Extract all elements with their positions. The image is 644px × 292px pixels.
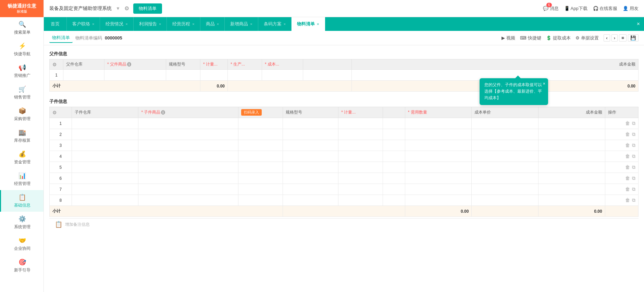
copy-row-7-btn[interactable]: ⧉	[632, 186, 635, 192]
child-row-4-warehouse[interactable]	[72, 151, 138, 162]
parent-row-1-warehouse[interactable]	[63, 70, 104, 81]
tooltip-close-btn[interactable]: ×	[543, 80, 545, 87]
sidebar-item-guide[interactable]: 🎯 新手引导	[0, 255, 44, 277]
child-row-6-cost-unit[interactable]	[472, 173, 538, 184]
child-row-6-spec[interactable]	[283, 173, 338, 184]
sidebar-item-operations[interactable]: 📊 经营管理	[0, 168, 44, 190]
user-area[interactable]: 👤 用友	[623, 5, 639, 12]
child-row-1-unit[interactable]	[338, 118, 383, 129]
tab-history-close[interactable]: ×	[192, 22, 194, 26]
child-row-7-warehouse[interactable]	[72, 184, 138, 195]
child-row-6-qty[interactable]	[405, 173, 472, 184]
child-row-1-qty[interactable]	[405, 118, 472, 129]
tab-history[interactable]: 经营历程 ×	[167, 17, 200, 31]
child-row-5-product[interactable]	[138, 162, 238, 173]
copy-row-2-btn[interactable]: ⧉	[632, 131, 635, 137]
child-row-4-spec[interactable]	[283, 151, 338, 162]
tab-products-close[interactable]: ×	[217, 22, 219, 26]
child-row-6-warehouse[interactable]	[72, 173, 138, 184]
child-row-6-product[interactable]	[138, 173, 238, 184]
child-row-3-spec[interactable]	[283, 140, 338, 151]
child-row-5-spec[interactable]	[283, 162, 338, 173]
copy-row-6-btn[interactable]: ⧉	[632, 175, 635, 181]
parent-row-1-product[interactable]	[104, 70, 166, 81]
child-row-5-cost-unit[interactable]	[472, 162, 538, 173]
child-row-4-qty[interactable]	[405, 151, 472, 162]
child-row-8-qty[interactable]	[405, 195, 472, 206]
delete-row-3-btn[interactable]: 🗑	[625, 142, 630, 148]
tab-profit-close[interactable]: ×	[159, 22, 161, 26]
child-row-8-warehouse[interactable]	[72, 195, 138, 206]
child-row-6-unit[interactable]	[338, 173, 383, 184]
bom-list-tab[interactable]: 物料清单	[49, 33, 73, 43]
tab-new-product-close[interactable]: ×	[250, 22, 252, 26]
trial-button[interactable]: 物料清单	[133, 3, 162, 14]
tab-barcode-close[interactable]: ×	[284, 22, 286, 26]
child-row-8-cost-unit[interactable]	[472, 195, 538, 206]
child-row-2-cost-unit[interactable]	[472, 129, 538, 140]
sidebar-item-purchase[interactable]: 📦 采购管理	[0, 104, 44, 125]
tab-bom-close[interactable]: ×	[317, 22, 319, 26]
copy-row-1-btn[interactable]: ⧉	[632, 120, 635, 126]
scan-input-btn[interactable]: 扫码录入	[241, 109, 262, 116]
nav-prev-btn[interactable]: ‹	[604, 34, 610, 42]
cost-extract-btn[interactable]: 💲 提取成本	[546, 35, 571, 41]
child-row-5-qty[interactable]	[405, 162, 472, 173]
child-row-4-unit[interactable]	[338, 151, 383, 162]
copy-row-8-btn[interactable]: ⧉	[632, 197, 635, 203]
sidebar-item-basic-info[interactable]: 📋 基础信息	[0, 190, 44, 212]
child-row-3-qty[interactable]	[405, 140, 472, 151]
gear-icon-child[interactable]: ⚙	[52, 110, 57, 115]
child-row-7-cost-unit[interactable]	[472, 184, 538, 195]
child-row-1-spec[interactable]	[283, 118, 338, 129]
delete-row-6-btn[interactable]: 🗑	[625, 175, 630, 181]
child-row-1-cost-unit[interactable]	[472, 118, 538, 129]
child-row-7-qty[interactable]	[405, 184, 472, 195]
tab-customer-close[interactable]: ×	[92, 22, 94, 26]
copy-row-3-btn[interactable]: ⧉	[632, 142, 635, 148]
close-all-tabs[interactable]: ×	[633, 21, 644, 27]
child-row-7-spec[interactable]	[283, 184, 338, 195]
note-label[interactable]: 增加备注信息	[65, 222, 90, 227]
child-row-4-cost-unit[interactable]	[472, 151, 538, 162]
parent-row-1-prod[interactable]	[228, 70, 262, 81]
child-row-1-warehouse[interactable]	[72, 118, 138, 129]
tab-bom[interactable]: 物料清单 ×	[292, 17, 325, 31]
child-row-5-unit[interactable]	[338, 162, 383, 173]
message-area[interactable]: 💬 6 消息	[543, 5, 559, 12]
shortcut-btn[interactable]: ⌨ 快捷键	[520, 35, 541, 41]
nav-next-btn[interactable]: ›	[611, 34, 618, 42]
tab-customer[interactable]: 客户联络 ×	[67, 17, 100, 31]
child-row-7-unit[interactable]	[338, 184, 383, 195]
tab-operation-close[interactable]: ×	[125, 22, 127, 26]
delete-row-4-btn[interactable]: 🗑	[625, 153, 630, 159]
tab-profit[interactable]: 利润报告 ×	[134, 17, 167, 31]
delete-row-8-btn[interactable]: 🗑	[625, 197, 630, 203]
child-row-2-qty[interactable]	[405, 129, 472, 140]
parent-row-1-cost[interactable]	[262, 70, 303, 81]
sidebar-item-search[interactable]: 🔍 搜索菜单	[0, 17, 44, 39]
child-row-1-product[interactable]	[138, 118, 238, 129]
online-service[interactable]: 🎧 在线客服	[593, 5, 618, 12]
tab-products[interactable]: 商品 ×	[200, 17, 225, 31]
nav-list-btn[interactable]: ≡	[619, 34, 627, 42]
dropdown-arrow[interactable]: ▼	[116, 6, 120, 11]
sidebar-item-enterprise[interactable]: 🤝 企业协同	[0, 233, 44, 255]
sidebar-item-finance[interactable]: 💰 资金管理	[0, 147, 44, 168]
child-row-4-product[interactable]	[138, 151, 238, 162]
child-row-3-product[interactable]	[138, 140, 238, 151]
sidebar-item-quick-nav[interactable]: ⚡ 快捷导航	[0, 39, 44, 60]
delete-row-2-btn[interactable]: 🗑	[625, 131, 630, 137]
app-download[interactable]: 📱 App下载	[564, 5, 587, 12]
child-row-2-warehouse[interactable]	[72, 129, 138, 140]
delete-row-5-btn[interactable]: 🗑	[625, 164, 630, 170]
parent-row-1-spec[interactable]	[166, 70, 200, 81]
child-row-3-unit[interactable]	[338, 140, 383, 151]
video-btn[interactable]: ▶ 视频	[501, 35, 515, 41]
child-row-2-unit[interactable]	[338, 129, 383, 140]
tab-barcode[interactable]: 条码方案 ×	[258, 17, 292, 31]
child-row-7-product[interactable]	[138, 184, 238, 195]
delete-row-1-btn[interactable]: 🗑	[625, 120, 630, 126]
sidebar-item-inventory[interactable]: 🏬 库存核算	[0, 125, 44, 147]
sidebar-item-sales[interactable]: 🛒 销售管理	[0, 82, 44, 104]
